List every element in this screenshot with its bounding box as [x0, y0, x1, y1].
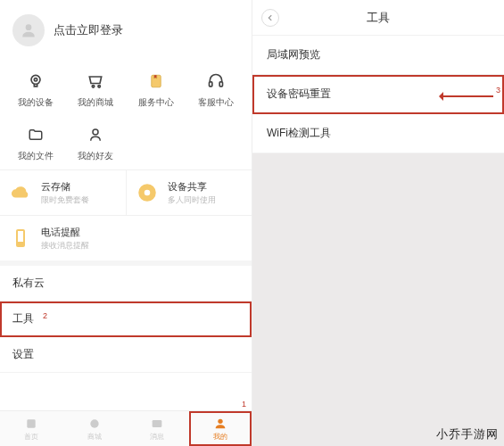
svg-point-14 — [90, 419, 98, 427]
tab-profile[interactable]: 我的 — [189, 411, 252, 446]
tab-home[interactable]: 首页 — [0, 411, 63, 446]
feature-sub: 接收消息提醒 — [41, 240, 89, 252]
shortcut-friends[interactable]: 我的好友 — [66, 120, 127, 166]
shortcut-label: 我的文件 — [18, 150, 54, 162]
feature-sub: 限时免费套餐 — [41, 194, 89, 206]
feature-row-2: 电话提醒 接收消息提醒 — [0, 215, 252, 260]
headset-icon — [204, 70, 227, 93]
avatar — [12, 14, 45, 46]
tab-label: 消息 — [150, 432, 164, 442]
tab-mall[interactable]: 商城 — [63, 411, 127, 446]
tab-label: 我的 — [213, 432, 227, 442]
feature-title: 云存储 — [41, 180, 89, 194]
tools-screen: 工具 局域网预览 设备密码重置 WiFi检测工具 3 — [252, 0, 504, 446]
svg-point-1 — [31, 75, 40, 84]
feature-cloud-storage[interactable]: 云存储 限时免费套餐 — [0, 169, 127, 215]
shortcut-support[interactable]: 客服中心 — [186, 66, 247, 112]
camera-icon — [24, 70, 47, 93]
section-label: 设置 — [12, 348, 34, 360]
person-icon — [84, 123, 107, 146]
shortcut-files[interactable]: 我的文件 — [5, 120, 66, 166]
shortcut-devices[interactable]: 我的设备 — [5, 66, 66, 112]
folder-icon — [24, 123, 47, 146]
user-icon — [213, 417, 227, 431]
home-icon — [24, 417, 38, 431]
tool-password-reset[interactable]: 设备密码重置 — [252, 75, 504, 114]
annotation-1: 1 — [242, 400, 246, 409]
tab-label: 商城 — [87, 432, 102, 442]
cloud-icon — [7, 179, 34, 206]
svg-point-3 — [93, 86, 95, 88]
feature-device-share[interactable]: 设备共享 多人同时使用 — [127, 169, 252, 215]
section-label: 私有云 — [12, 277, 45, 289]
svg-rect-13 — [28, 419, 36, 427]
section-settings[interactable]: 设置 — [0, 337, 252, 373]
feature-phone-alert[interactable]: 电话提醒 接收消息提醒 — [0, 215, 252, 260]
section-list: 私有云 工具 2 设置 — [0, 260, 252, 373]
bottom-tabbar: 首页 商城 消息 我的 — [0, 410, 252, 446]
empty-area — [252, 153, 504, 446]
section-private-cloud[interactable]: 私有云 — [0, 266, 252, 301]
shortcut-service[interactable]: 服务中心 — [126, 66, 186, 112]
book-icon — [145, 70, 168, 93]
svg-point-16 — [218, 418, 222, 423]
shortcut-label: 服务中心 — [138, 96, 174, 109]
tab-label: 首页 — [24, 432, 38, 442]
annotation-arrow — [440, 95, 493, 97]
share-icon — [134, 179, 161, 206]
tab-messages[interactable]: 消息 — [126, 411, 189, 446]
message-icon — [150, 417, 164, 431]
shortcut-grid: 我的设备 我的商城 服务中心 客服中心 我的文件 我的好友 — [0, 59, 252, 169]
shortcut-mall[interactable]: 我的商城 — [66, 66, 127, 112]
feature-sub: 多人同时使用 — [168, 194, 216, 206]
profile-header[interactable]: 点击立即登录 — [0, 0, 252, 59]
grid-icon — [87, 417, 102, 431]
login-prompt[interactable]: 点击立即登录 — [54, 22, 123, 38]
tool-label: WiFi检测工具 — [267, 127, 331, 139]
svg-rect-6 — [210, 82, 212, 87]
svg-point-0 — [26, 24, 32, 30]
section-label: 工具 — [12, 312, 34, 325]
svg-point-8 — [93, 129, 98, 135]
annotation-2: 2 — [43, 311, 47, 320]
tools-list: 局域网预览 设备密码重置 WiFi检测工具 — [252, 36, 504, 153]
user-icon — [20, 21, 37, 39]
section-tools[interactable]: 工具 2 — [0, 301, 252, 337]
svg-rect-15 — [153, 420, 162, 427]
titlebar: 工具 — [252, 0, 504, 36]
watermark: 小乔手游网 — [436, 426, 499, 442]
shortcut-label: 我的设备 — [18, 96, 54, 109]
svg-point-2 — [34, 78, 37, 81]
tool-wifi-detect[interactable]: WiFi检测工具 — [252, 114, 504, 153]
tool-lan-preview[interactable]: 局域网预览 — [252, 36, 504, 75]
profile-screen: 点击立即登录 我的设备 我的商城 服务中心 客服中心 我的文件 我的好友 — [0, 0, 252, 446]
back-button[interactable] — [261, 9, 279, 27]
annotation-3: 3 — [496, 86, 500, 95]
shortcut-label: 我的商城 — [78, 96, 113, 109]
chevron-left-icon — [266, 13, 275, 22]
shortcut-label: 我的好友 — [78, 150, 113, 162]
page-title: 工具 — [367, 10, 390, 26]
tool-label: 设备密码重置 — [267, 87, 331, 100]
shortcut-label: 客服中心 — [198, 96, 234, 109]
svg-rect-7 — [219, 82, 222, 87]
phone-icon — [7, 225, 34, 252]
feature-title: 设备共享 — [168, 180, 216, 194]
svg-point-10 — [144, 190, 150, 196]
svg-rect-12 — [18, 231, 23, 242]
svg-point-4 — [98, 86, 101, 88]
cart-icon — [84, 70, 107, 93]
feature-title: 电话提醒 — [41, 226, 89, 239]
feature-row-1: 云存储 限时免费套餐 设备共享 多人同时使用 — [0, 169, 252, 215]
tool-label: 局域网预览 — [267, 48, 320, 61]
